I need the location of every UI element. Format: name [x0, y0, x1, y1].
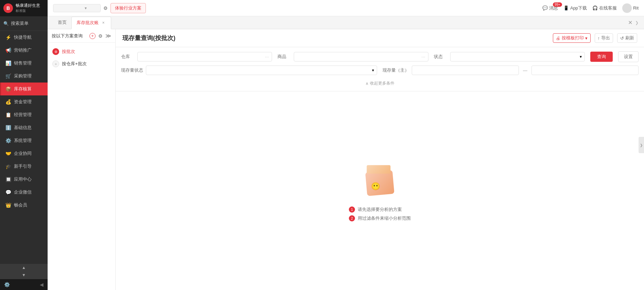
- sidebar-item-label: 经营管理: [14, 112, 32, 118]
- member-icon: 👑: [5, 202, 11, 208]
- sidebar-scroll-down[interactable]: ▼: [0, 271, 48, 279]
- stock-status-condition: 现存量状态 ▾: [121, 66, 377, 75]
- product-label: 商品: [277, 54, 291, 60]
- sidebar-item-label: 企业微信: [14, 189, 32, 195]
- stock-status-label: 现存量状态: [121, 67, 143, 73]
- sidebar-item-label: 快捷导航: [14, 34, 32, 40]
- inventory-icon: 📦: [5, 86, 11, 92]
- online-service-button[interactable]: 🎧 在线客服: [592, 5, 617, 11]
- close-icon: ✕: [628, 19, 632, 26]
- sidebar-item-basic[interactable]: ℹ️ 基础信息: [0, 121, 48, 134]
- online-service-icon: 🎧: [592, 5, 598, 11]
- app-download-button[interactable]: 📱 App下载: [563, 5, 587, 11]
- sidebar-item-member[interactable]: 👑 畅会员: [0, 199, 48, 212]
- panel-close-button[interactable]: ✕ ❯: [628, 19, 639, 26]
- sidebar-search-area[interactable]: 🔍 搜索菜单: [0, 16, 48, 31]
- filter-collapse-icon[interactable]: ≫: [105, 33, 111, 39]
- conditions-row-2: 现存量状态 ▾ 现存量（主） —: [121, 66, 639, 75]
- query-button[interactable]: 查询: [590, 52, 613, 62]
- tab-close-icon[interactable]: ×: [101, 20, 106, 25]
- collapse-sidebar-button[interactable]: ◀: [40, 282, 44, 287]
- query-header-actions: 🖨 按模板打印 ▾ ↑ 导出 ↺ 刷新: [553, 33, 638, 43]
- sidebar-item-finance[interactable]: 💰 资金管理: [0, 95, 48, 108]
- experience-btn[interactable]: 体验行业方案: [111, 3, 146, 13]
- filter-panel-title: 按以下方案查询: [52, 33, 83, 39]
- hint-text-2: 用过滤条件来缩小分析范围: [358, 215, 411, 221]
- message-icon: 💬: [542, 5, 548, 11]
- stock-qty-to[interactable]: [531, 66, 639, 75]
- stock-qty-label: 现存量（主）: [383, 67, 409, 73]
- warehouse-dots-icon[interactable]: ···: [265, 54, 269, 59]
- refresh-label: 刷新: [625, 35, 634, 41]
- refresh-icon: ↺: [620, 36, 624, 41]
- chevron-down-icon: ▼: [22, 273, 26, 277]
- topbar-settings-icon[interactable]: ⚙: [103, 5, 108, 11]
- sidebar-item-guide[interactable]: 🎓 新手引导: [0, 160, 48, 173]
- stock-status-select[interactable]: ▾: [146, 66, 377, 75]
- tab-inventory-batch[interactable]: 库存批次账 ×: [71, 17, 111, 29]
- sales-icon: 📊: [5, 60, 11, 66]
- sidebar-item-apps[interactable]: 🔲 应用中心: [0, 173, 48, 186]
- right-panel-chevron-icon: ❯: [640, 143, 643, 147]
- filter-settings-icon[interactable]: ⚙: [98, 33, 103, 39]
- topbar-actions: 💬 消息 99+ 📱 App下载 🎧 在线客服 Rit: [542, 3, 639, 13]
- empty-hint-1: 1 请先选择要分析的方案: [349, 206, 411, 213]
- warehouse-label: 仓库: [121, 54, 135, 60]
- sidebar-item-purchase[interactable]: 🛒 采购管理: [0, 70, 48, 83]
- tab-home[interactable]: 首页: [53, 17, 71, 29]
- sidebar-item-cooperation[interactable]: 🤝 企业协同: [0, 147, 48, 160]
- topbar-search-area[interactable]: ▾: [53, 4, 101, 12]
- sidebar-item-label: 新手引导: [14, 163, 32, 169]
- collapse-label: 收起更多条件: [370, 80, 394, 86]
- sidebar-item-label: 畅会员: [14, 202, 27, 208]
- filter-add-button[interactable]: +: [89, 33, 96, 39]
- settings-button[interactable]: 设置: [618, 51, 639, 62]
- print-icon: 🖨: [556, 36, 560, 41]
- sidebar-item-system[interactable]: ⚙️ 系统管理: [0, 134, 48, 147]
- sidebar-item-wechat[interactable]: 💬 企业微信: [0, 186, 48, 199]
- export-button[interactable]: ↑ 导出: [595, 33, 613, 43]
- status-label: 状态: [434, 54, 447, 60]
- right-panel-toggle[interactable]: ❯: [639, 137, 644, 153]
- sidebar-subtitle: 标准版: [16, 8, 40, 13]
- sidebar-scroll-up[interactable]: ▲: [0, 264, 48, 271]
- stock-qty-from[interactable]: [412, 66, 519, 75]
- topbar-chevron-icon: ▾: [85, 6, 87, 11]
- user-name: Rit: [633, 5, 639, 11]
- sidebar-brand: 畅康通好生意 标准版: [16, 3, 40, 13]
- product-dots-icon[interactable]: ···: [421, 54, 425, 59]
- sidebar-item-marketing[interactable]: 📢 营销推广: [0, 44, 48, 57]
- warehouse-input[interactable]: ···: [137, 52, 272, 61]
- chevron-right-icon: ❯: [635, 20, 639, 25]
- sidebar-item-label: 采购管理: [14, 73, 32, 79]
- filter-warehouse-batch-label: 按仓库+批次: [62, 61, 87, 67]
- topbar-search-input[interactable]: [56, 6, 83, 11]
- sidebar-item-quick-nav[interactable]: ⚡ 快捷导航: [0, 31, 48, 44]
- search-menu-button[interactable]: 🔍 搜索菜单: [3, 19, 44, 28]
- sidebar-item-inventory[interactable]: 📦 库存核算: [0, 83, 48, 95]
- sidebar-item-sales[interactable]: 📊 销售管理: [0, 57, 48, 70]
- filter-item-batch[interactable]: ⚙ 按批次: [48, 46, 115, 58]
- query-header: 现存量查询(按批次) 🖨 按模板打印 ▾ ↑ 导出 ↺ 刷新: [116, 29, 644, 47]
- empty-hints: 1 请先选择要分析的方案 2 用过滤条件来缩小分析范围: [349, 206, 411, 224]
- topbar-left: ▾ ⚙ 体验行业方案: [53, 3, 538, 13]
- refresh-button[interactable]: ↺ 刷新: [617, 33, 637, 43]
- collapse-conditions-button[interactable]: ∧ 收起更多条件: [121, 78, 639, 87]
- tab-home-label: 首页: [58, 19, 67, 25]
- settings-button[interactable]: ⚙️: [4, 282, 10, 287]
- filter-panel-header: 按以下方案查询 + ⚙ ≫: [48, 29, 115, 43]
- status-select[interactable]: ▾: [450, 52, 585, 61]
- product-input[interactable]: ···: [294, 52, 428, 61]
- sidebar-logo: B: [3, 3, 13, 13]
- filter-item-warehouse-batch[interactable]: ○ 按仓库+批次: [48, 58, 115, 70]
- messages-button[interactable]: 💬 消息 99+: [542, 5, 558, 11]
- user-profile-button[interactable]: Rit: [622, 3, 639, 13]
- status-condition: 状态 ▾: [434, 52, 585, 61]
- conditions-row-1: 仓库 ··· 商品 ··· 状态: [121, 51, 639, 62]
- hint-number-1: 1: [349, 206, 355, 213]
- sidebar-item-label: 系统管理: [14, 138, 32, 144]
- sidebar-item-business[interactable]: 📋 经营管理: [0, 108, 48, 121]
- product-condition: 商品 ···: [277, 52, 428, 61]
- print-button[interactable]: 🖨 按模板打印 ▾: [553, 33, 591, 43]
- messages-badge: 99+: [553, 2, 562, 7]
